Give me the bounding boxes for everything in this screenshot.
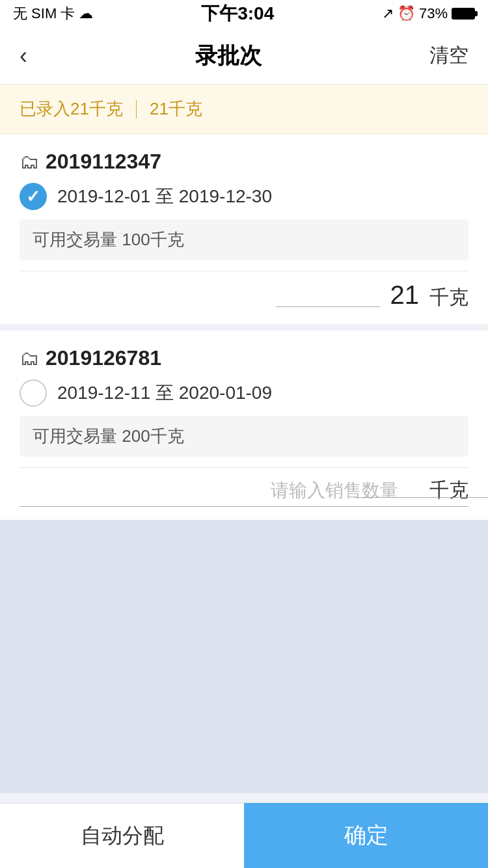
batch-id-1: 2019112347 [46, 150, 161, 174]
no-sim-text: 无 SIM 卡 ☁ [13, 4, 93, 23]
qty-unit-2: 千克 [429, 477, 468, 504]
battery-percent: 73% [419, 5, 448, 22]
batch-header-1: 🗂 2019112347 [20, 150, 468, 174]
info-divider [136, 100, 137, 118]
status-right: ↗ ⏰ 73% [382, 5, 475, 22]
batch-item-2: 🗂 2019126781 2019-12-11 至 2020-01-09 可用交… [0, 331, 488, 520]
empty-area [0, 520, 488, 793]
footer: 自动分配 确定 [0, 803, 488, 868]
batch-date-1: 2019-12-01 至 2019-12-30 [57, 184, 272, 209]
info-bar: 已录入21千克 21千克 [0, 85, 488, 134]
check-icon-1: ✓ [26, 187, 40, 207]
available-qty-2: 可用交易量 200千克 [20, 416, 468, 457]
qty-input-2[interactable]: 请输入销售数量 [20, 478, 398, 503]
radio-button-1[interactable]: ✓ [20, 183, 47, 210]
confirm-button[interactable]: 确定 [244, 803, 488, 868]
qty-value-1: 21 [390, 280, 420, 310]
battery-icon [452, 8, 475, 20]
batch-date-row-1[interactable]: ✓ 2019-12-01 至 2019-12-30 [20, 183, 468, 210]
status-bar: 无 SIM 卡 ☁ 下午3:04 ↗ ⏰ 73% [0, 0, 488, 27]
location-icon: ↗ [382, 5, 394, 22]
recorded-value: 21千克 [150, 98, 202, 120]
nav-bar: ‹ 录批次 清空 [0, 27, 488, 85]
qty-unit-1: 千克 [429, 284, 468, 311]
document-icon-1: 🗂 [20, 151, 39, 173]
batch-item-1: 🗂 2019112347 ✓ 2019-12-01 至 2019-12-30 可… [0, 134, 488, 331]
batch-id-2: 2019126781 [46, 346, 161, 370]
batch-date-row-2[interactable]: 2019-12-11 至 2020-01-09 [20, 379, 468, 407]
clear-button[interactable]: 清空 [429, 42, 468, 69]
auto-distribute-button[interactable]: 自动分配 [0, 803, 244, 868]
batch-date-2: 2019-12-11 至 2020-01-09 [57, 381, 272, 405]
alarm-icon: ⏰ [398, 5, 415, 22]
back-button[interactable]: ‹ [20, 42, 27, 70]
page-title: 录批次 [195, 41, 262, 71]
recorded-label: 已录入21千克 [20, 98, 123, 120]
status-time: 下午3:04 [201, 1, 274, 26]
available-qty-1: 可用交易量 100千克 [20, 219, 468, 260]
radio-button-2[interactable] [20, 379, 47, 407]
status-left: 无 SIM 卡 ☁ [13, 4, 93, 23]
document-icon-2: 🗂 [20, 347, 39, 370]
batch-header-2: 🗂 2019126781 [20, 346, 468, 370]
